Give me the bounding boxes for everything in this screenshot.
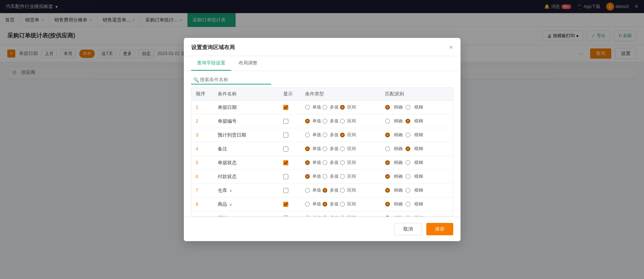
- modal-close-button[interactable]: ×: [449, 44, 453, 51]
- modal-header: 设置查询区域布局 ×: [184, 38, 461, 56]
- search-input[interactable]: [191, 75, 271, 83]
- modal-tab-layout[interactable]: 布局调整: [233, 56, 263, 71]
- modal-overlay: 设置查询区域布局 × 查询字段设置 布局调整 🔍 顺序 条件名称: [0, 0, 644, 83]
- modal-tabs: 查询字段设置 布局调整: [184, 56, 461, 71]
- modal-title: 设置查询区域布局: [191, 44, 235, 51]
- modal-search-area: 🔍: [184, 71, 461, 83]
- search-wrap: 🔍: [191, 75, 271, 83]
- modal-dialog: 设置查询区域布局 × 查询字段设置 布局调整 🔍 顺序 条件名称: [184, 38, 461, 83]
- search-icon: 🔍: [193, 77, 199, 83]
- modal-tab-query-fields[interactable]: 查询字段设置: [191, 56, 231, 71]
